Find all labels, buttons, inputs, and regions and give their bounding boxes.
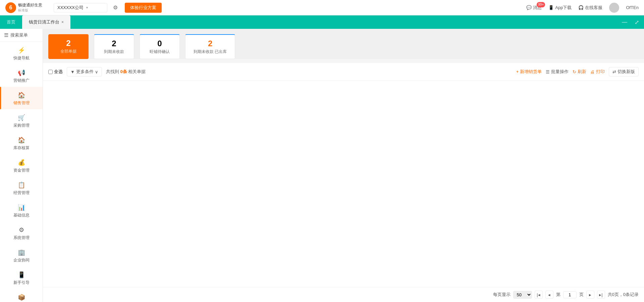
card-all[interactable]: 2 全部单据	[48, 34, 89, 59]
nav-tabs-right: — ⤢	[617, 17, 644, 27]
sidebar-item-inventory[interactable]: 🏠 库存核算	[0, 132, 43, 154]
prev-page-button[interactable]: ◂	[545, 291, 553, 299]
last-page-button[interactable]: ▸|	[597, 291, 605, 299]
header-right: 💬 消息 99+ 📱 App下载 🎧 在线客服 OfTEn	[526, 3, 639, 13]
company-name: XXXXXX公司	[57, 5, 84, 11]
service-btn[interactable]: 🎧 在线客服	[578, 5, 602, 11]
sidebar-item-sales[interactable]: 🏠 销售管理	[0, 87, 43, 109]
top-header: 6 畅捷通好生意 标准版 XXXXXX公司 ▾ ⚙ 体验行业方案 💬 消息 99…	[0, 0, 644, 15]
select-all-checkbox[interactable]: 全选	[48, 69, 63, 75]
card-wangpu-confirm-label: 旺铺待确认	[148, 49, 171, 55]
sidebar: ☰ 搜索菜单 ⚡ 快捷导航 📢 营销推广 🏠 销售管理 🛒 采购管理 🏠 库存核…	[0, 29, 43, 302]
card-overdue-unpaid-count: 2	[102, 39, 126, 48]
next-page-button[interactable]: ▸	[586, 291, 594, 299]
refresh-icon: ↻	[573, 69, 576, 74]
card-overdue-out-label: 到期未收款 已出库	[194, 49, 227, 55]
sidebar-item-operation[interactable]: 📋 经营管理	[0, 177, 43, 199]
active-indicator	[0, 87, 1, 109]
sidebar-item-enterprise[interactable]: 🏢 企业协同	[0, 244, 43, 266]
card-overdue-unpaid[interactable]: 2 到期未收款	[94, 34, 134, 59]
company-selector[interactable]: XXXXXX公司 ▾	[54, 3, 107, 12]
card-all-label: 全部单据	[57, 49, 80, 54]
logo-area: 6 畅捷通好生意 标准版	[5, 2, 48, 13]
toolbar-left: 全选 ▼ 更多条件 ∨ 共找到 0条 相关单据	[48, 67, 146, 76]
toolbar-right: + 新增销货单 ☰ 批量操作 ↻ 刷新 🖨 打印 ⇄ 切换新版	[516, 67, 639, 76]
card-overdue-out[interactable]: 2 到期未收款 已出库	[185, 34, 235, 59]
enterprise-icon: 🏢	[18, 249, 25, 256]
sales-icon: 🏠	[18, 92, 25, 99]
sidebar-item-basic[interactable]: 📊 基础信息	[0, 199, 43, 222]
sidebar-item-guide[interactable]: 📱 新手引导	[0, 266, 43, 289]
chevron-down-icon: ∨	[95, 69, 98, 74]
chevron-down-icon: ▾	[86, 6, 88, 9]
system-icon: ⚙	[19, 226, 24, 234]
sidebar-item-finance[interactable]: 💰 资金管理	[0, 154, 43, 177]
sidebar-item-marketing[interactable]: 📢 营销推广	[0, 64, 43, 87]
sidebar-item-quick-nav[interactable]: ⚡ 快捷导航	[0, 42, 43, 64]
print-button[interactable]: 🖨 打印	[590, 69, 605, 75]
message-badge: 99+	[537, 2, 545, 7]
total-text: 共0页，0条记录	[608, 292, 639, 298]
switch-version-button[interactable]: ⇄ 切换新版	[609, 67, 639, 76]
content-area: 2 全部单据 2 到期未收款 0 旺铺待确认 2 到期未收款 已出库	[43, 29, 644, 302]
found-count: 0条	[120, 69, 127, 74]
appstore-icon: 📦	[18, 294, 25, 301]
settings-icon-btn[interactable]: ⚙	[110, 2, 121, 13]
nav-tabs: 首页 钱货日清工作台 × — ⤢	[0, 15, 644, 29]
close-tab-icon[interactable]: ×	[61, 20, 64, 24]
sidebar-item-system[interactable]: ⚙ 系统管理	[0, 222, 43, 244]
switch-icon: ⇄	[612, 69, 616, 74]
filter-icon: ▼	[70, 69, 75, 74]
lightning-icon: ⚡	[18, 47, 25, 54]
search-menu-item[interactable]: ☰ 搜索菜单	[0, 29, 43, 42]
pagination: 每页显示 50 100 200 |◂ ◂ 第 页 ▸ ▸| 共0页，0条记录	[43, 287, 644, 302]
table-area	[43, 81, 644, 287]
card-overdue-unpaid-label: 到期未收款	[102, 49, 126, 55]
maximize-tab-btn[interactable]: ⤢	[632, 17, 641, 27]
card-all-count: 2	[57, 39, 80, 48]
headset-icon: 🎧	[578, 5, 584, 10]
finance-icon: 💰	[18, 159, 25, 166]
search-icon: ☰	[4, 32, 8, 38]
main-layout: ☰ 搜索菜单 ⚡ 快捷导航 📢 营销推广 🏠 销售管理 🛒 采购管理 🏠 库存核…	[0, 29, 644, 302]
page-input[interactable]	[563, 291, 577, 298]
batch-icon: ☰	[546, 69, 550, 74]
page-size-select[interactable]: 50 100 200	[513, 291, 532, 299]
card-wangpu-confirm-count: 0	[148, 39, 171, 48]
purchase-icon: 🛒	[18, 114, 25, 121]
print-icon: 🖨	[590, 69, 595, 74]
sidebar-item-purchase[interactable]: 🛒 采购管理	[0, 109, 43, 132]
operation-icon: 📋	[18, 181, 25, 189]
filter-button[interactable]: ▼ 更多条件 ∨	[67, 67, 102, 76]
guide-icon: 📱	[18, 271, 25, 279]
summary-section: 2 全部单据 2 到期未收款 0 旺铺待确认 2 到期未收款 已出库	[43, 29, 644, 59]
sidebar-item-appstore[interactable]: 📦 应用中心	[0, 289, 43, 302]
inventory-icon: 🏠	[18, 136, 25, 144]
tab-active[interactable]: 钱货日清工作台 ×	[22, 15, 70, 29]
found-text: 共找到 0条 相关单据	[106, 69, 146, 75]
new-order-button[interactable]: + 新增销货单	[516, 69, 542, 75]
toolbar: 全选 ▼ 更多条件 ∨ 共找到 0条 相关单据 + 新增销货单 ☰	[43, 63, 644, 81]
app-download-btn[interactable]: 📱 App下载	[548, 5, 572, 11]
refresh-button[interactable]: ↻ 刷新	[573, 69, 586, 75]
table-empty	[43, 81, 644, 215]
card-wangpu-confirm[interactable]: 0 旺铺待确认	[140, 34, 180, 59]
summary-cards: 2 全部单据 2 到期未收款 0 旺铺待确认 2 到期未收款 已出库	[48, 34, 639, 59]
message-icon: 💬	[526, 5, 532, 10]
first-page-button[interactable]: |◂	[535, 291, 543, 299]
trial-button[interactable]: 体验行业方案	[125, 3, 162, 13]
gear-icon: ⚙	[113, 4, 118, 11]
avatar[interactable]	[609, 3, 619, 13]
basic-icon: 📊	[18, 204, 25, 211]
checkbox-input[interactable]	[48, 70, 53, 74]
batch-operation-button[interactable]: ☰ 批量操作	[546, 69, 569, 75]
marketing-icon: 📢	[18, 69, 25, 76]
avatar-name: OfTEn	[626, 5, 639, 10]
minimize-tab-btn[interactable]: —	[620, 17, 629, 27]
tab-home[interactable]: 首页	[0, 15, 22, 29]
logo-icon: 6	[5, 2, 16, 13]
logo-text: 畅捷通好生意 标准版	[18, 3, 42, 12]
card-overdue-out-count: 2	[194, 39, 227, 48]
message-btn[interactable]: 💬 消息 99+	[526, 5, 542, 11]
app-icon: 📱	[548, 5, 554, 10]
